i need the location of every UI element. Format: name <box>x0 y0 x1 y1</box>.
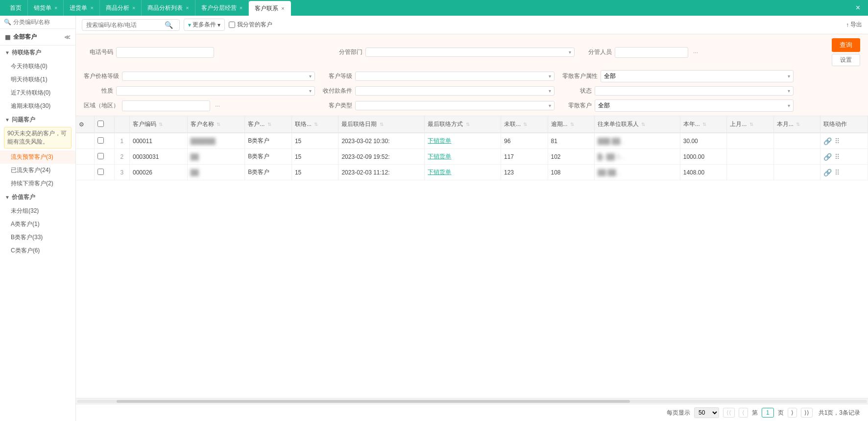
row-name: ██ <box>187 165 245 180</box>
close-icon[interactable]: × <box>54 5 57 11</box>
contact-link-icon[interactable]: 🔗 <box>823 169 832 176</box>
close-icon[interactable]: × <box>240 5 242 11</box>
next-page-btn[interactable]: ⟩ <box>788 408 797 418</box>
col-uncontacted[interactable]: 未联... ⇅ <box>501 116 548 133</box>
export-button[interactable]: ↑ 导出 <box>846 21 862 29</box>
filter-search-input[interactable] <box>86 22 165 28</box>
page-suffix: 页 <box>778 409 784 417</box>
sidebar-item-class-c[interactable]: C类客户(6) <box>0 244 75 257</box>
filter-price-level-select[interactable]: ▾ <box>122 72 315 81</box>
sidebar-item-churned[interactable]: 已流失客户(24) <box>0 164 75 177</box>
row-index: 2 <box>114 149 129 165</box>
filter-customer-level-label: 客户等级 <box>323 72 352 80</box>
sidebar-item-class-a[interactable]: A类客户(1) <box>0 218 75 231</box>
more-conditions-btn[interactable]: ▾ 更多条件 ▾ <box>184 19 225 31</box>
select-all-checkbox[interactable] <box>97 121 104 127</box>
sidebar-item-class-b[interactable]: B类客户(33) <box>0 231 75 244</box>
tab-sales[interactable]: 销货单 × <box>28 0 64 16</box>
close-icon[interactable]: × <box>132 5 135 11</box>
contact-link-icon[interactable]: 🔗 <box>823 153 832 161</box>
col-unit-contact[interactable]: 往来单位联系人 ⇅ <box>595 116 680 133</box>
col-code[interactable]: 客户编码 ⇅ <box>130 116 188 133</box>
filter-customer-level-select[interactable]: ▾ <box>355 72 554 81</box>
row-checkbox[interactable] <box>94 133 114 149</box>
sort-icon: ⇅ <box>267 122 271 127</box>
row-select-checkbox[interactable] <box>97 137 104 144</box>
row-select-checkbox[interactable] <box>97 169 104 175</box>
sidebar-item-churn-warning[interactable]: 流失预警客户(3) <box>0 150 75 164</box>
sidebar-section-value[interactable]: ▼ 价值客户 <box>0 190 75 204</box>
sidebar-item-overdue[interactable]: 逾期未联络(30) <box>0 99 75 113</box>
scrollbar-thumb[interactable] <box>117 400 630 403</box>
filter-dept-select[interactable]: ▾ <box>365 48 575 57</box>
action-grid-icon[interactable]: ⠿ <box>835 137 840 145</box>
tab-customer-layer[interactable]: 客户分层经营 × <box>195 0 249 16</box>
per-page-select[interactable]: 50 100 200 <box>694 407 719 418</box>
tab-customer-contact[interactable]: 客户联系 × <box>249 1 290 16</box>
col-type[interactable]: 客户... ⇅ <box>245 116 292 133</box>
horizontal-scrollbar[interactable] <box>76 398 868 404</box>
tab-home[interactable]: 首页 <box>4 0 28 16</box>
col-checkbox[interactable] <box>94 116 114 133</box>
sidebar-all-customers[interactable]: ▦ 全部客户 ≪ <box>0 29 75 46</box>
sidebar-item-declining[interactable]: 持续下滑客户(2) <box>0 177 75 190</box>
close-icon[interactable]: × <box>186 5 189 11</box>
filter-zero-customer-select[interactable]: 全部 ▾ <box>595 99 794 112</box>
row-checkbox[interactable] <box>94 149 114 165</box>
action-grid-icon[interactable]: ⠿ <box>835 169 840 176</box>
last-page-btn[interactable]: ⟩⟩ <box>801 408 813 418</box>
col-this-month[interactable]: 本月... ⇅ <box>773 116 820 133</box>
filter-payment-select[interactable]: ▾ <box>355 86 554 96</box>
action-grid-icon[interactable]: ⠿ <box>835 153 840 161</box>
sidebar-item-today[interactable]: 今天待联络(0) <box>0 60 75 73</box>
query-button[interactable]: 查询 <box>832 38 860 52</box>
filter-gender-select[interactable]: ▾ <box>116 86 315 96</box>
settings-button[interactable]: 设置 <box>832 54 860 66</box>
col-contact[interactable]: 联络... ⇅ <box>291 116 338 133</box>
row-last-month <box>727 133 774 149</box>
row-select-checkbox[interactable] <box>97 153 104 159</box>
col-name[interactable]: 客户名称 ⇅ <box>187 116 245 133</box>
close-icon[interactable]: × <box>281 5 284 11</box>
my-customers-checkbox-label[interactable]: 我分管的客户 <box>229 21 272 29</box>
tab-analysis[interactable]: 商品分析 × <box>100 0 142 16</box>
col-last-contact-date[interactable]: 最后联络日期 ⇅ <box>338 116 425 133</box>
close-all-btn[interactable]: × <box>852 3 864 12</box>
sidebar-item-week[interactable]: 近7天待联络(0) <box>0 86 75 99</box>
filter-gender: 性质 ▾ <box>84 86 315 96</box>
prev-page-btn[interactable]: ⟨ <box>739 408 748 418</box>
dots-icon[interactable]: ··· <box>691 49 700 56</box>
filter-search-button[interactable]: 🔍 <box>165 21 173 29</box>
filter-status-select[interactable]: ▾ <box>595 86 794 96</box>
row-last-contact-way[interactable]: 下销货单 <box>425 149 501 165</box>
filter-phone-input[interactable] <box>116 47 214 58</box>
sidebar-item-tomorrow[interactable]: 明天待联络(1) <box>0 73 75 86</box>
arrow-icon: ▼ <box>5 117 10 123</box>
search-icon: 🔍 <box>4 19 11 25</box>
first-page-btn[interactable]: ⟨⟨ <box>723 408 735 418</box>
col-overdue[interactable]: 逾期... ⇅ <box>548 116 595 133</box>
contact-link-icon[interactable]: 🔗 <box>823 137 832 145</box>
row-last-contact-way[interactable]: 下销货单 <box>425 165 501 180</box>
row-checkbox[interactable] <box>94 165 114 180</box>
col-last-month[interactable]: 上月... ⇅ <box>727 116 774 133</box>
dots-icon[interactable]: ··· <box>213 102 222 109</box>
col-this-year[interactable]: 本年... ⇅ <box>680 116 727 133</box>
tab-purchase[interactable]: 进货单 × <box>64 0 99 16</box>
tab-analysis-list[interactable]: 商品分析列表 × <box>142 0 195 16</box>
row-last-month <box>727 165 774 180</box>
filter-staff-input[interactable] <box>615 47 688 58</box>
sidebar-search-input[interactable] <box>13 19 72 25</box>
sidebar-item-ungroup[interactable]: 未分组(32) <box>0 204 75 218</box>
row-last-contact-way[interactable]: 下销货单 <box>425 133 501 149</box>
col-settings[interactable]: ⚙ <box>76 116 94 133</box>
sidebar-section-problem[interactable]: ▼ 问题客户 <box>0 113 75 127</box>
close-icon[interactable]: × <box>90 5 93 11</box>
filter-customer-type-select[interactable]: ▾ <box>355 101 554 110</box>
row-name: ██████ <box>187 133 245 149</box>
col-last-contact-way[interactable]: 最后联络方式 ⇅ <box>425 116 501 133</box>
filter-region-input[interactable] <box>122 100 210 111</box>
sidebar-section-pending[interactable]: ▼ 待联络客户 <box>0 46 75 60</box>
my-customers-checkbox[interactable] <box>229 22 235 28</box>
filter-zero-attr-select[interactable]: 全部 ▾ <box>601 70 794 82</box>
